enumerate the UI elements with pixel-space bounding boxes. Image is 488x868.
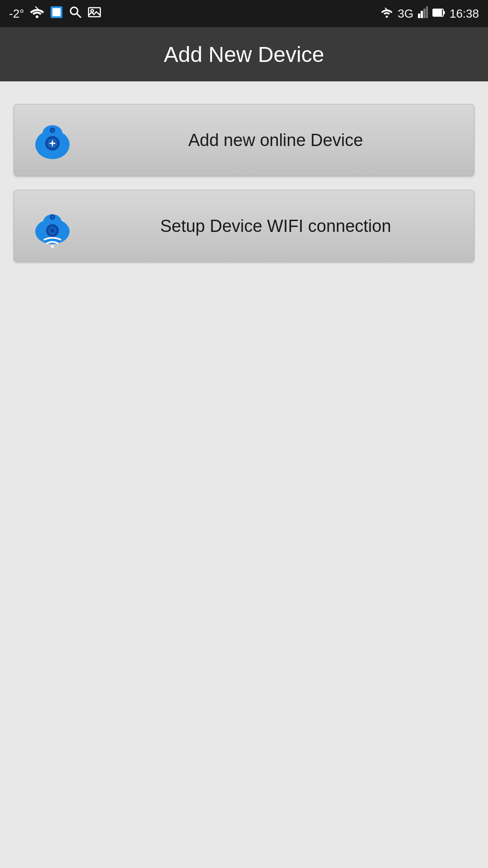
svg-point-25 xyxy=(51,129,54,132)
svg-rect-10 xyxy=(418,14,420,18)
network-label: 3G xyxy=(398,7,413,21)
svg-point-4 xyxy=(70,7,78,14)
svg-line-5 xyxy=(77,14,81,18)
wifi-status-icon xyxy=(30,6,44,21)
main-content: Add new online Device xyxy=(0,81,488,285)
setup-wifi-label: Setup Device WIFI connection xyxy=(91,217,460,236)
status-bar: -2° xyxy=(0,0,488,27)
setup-wifi-button[interactable]: Setup Device WIFI connection xyxy=(14,190,474,262)
page-title: Add New Device xyxy=(164,42,324,67)
svg-rect-13 xyxy=(426,6,428,18)
wifi-down-icon xyxy=(380,7,393,21)
status-bar-right: 3G 16:38 xyxy=(380,6,479,21)
camera-plus-icon xyxy=(28,115,77,165)
camera-wifi-icon xyxy=(28,201,77,251)
app-bar: Add New Device xyxy=(0,27,488,81)
svg-rect-15 xyxy=(433,9,441,16)
svg-rect-12 xyxy=(423,9,426,18)
svg-point-30 xyxy=(50,228,55,233)
svg-point-33 xyxy=(51,216,54,218)
svg-point-8 xyxy=(386,15,388,18)
svg-point-7 xyxy=(91,9,94,12)
add-online-device-label: Add new online Device xyxy=(91,131,460,150)
svg-point-34 xyxy=(51,245,54,248)
svg-point-0 xyxy=(36,15,38,18)
time-display: 16:38 xyxy=(450,7,479,21)
signal-icon xyxy=(418,6,428,21)
image-icon xyxy=(88,5,101,22)
svg-rect-3 xyxy=(52,8,61,16)
temperature-text: -2° xyxy=(9,7,24,21)
svg-rect-6 xyxy=(89,8,100,17)
battery-icon xyxy=(432,7,445,21)
add-online-device-button[interactable]: Add new online Device xyxy=(14,104,474,176)
search-icon[interactable] xyxy=(69,5,82,22)
app-icon-1 xyxy=(50,5,63,22)
status-bar-left: -2° xyxy=(9,5,101,22)
svg-rect-11 xyxy=(421,11,423,18)
